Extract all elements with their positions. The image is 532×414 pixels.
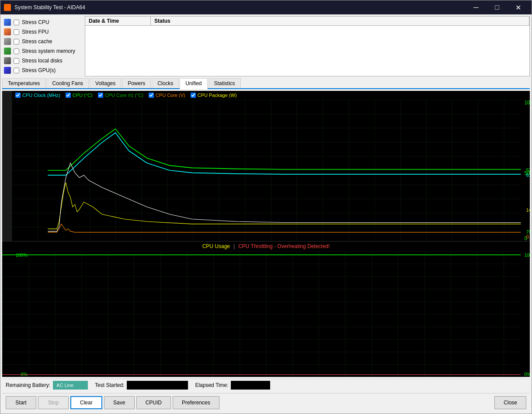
gpu-icon [4,67,11,74]
legend-cpu-package: CPU Package (W) [191,93,237,98]
bottom-chart-title-bar: CPU Usage | CPU Throttling - Overheating… [2,242,530,251]
stress-options-panel: Stress CPU Stress FPU Stress cache [2,16,83,76]
svg-text:0%: 0% [524,372,530,377]
clear-button[interactable]: Clear [70,396,102,409]
bottom-chart-svg: 100% 0% 100% 0% [2,251,530,377]
stress-cpu-item: Stress CPU [4,18,81,27]
preferences-button[interactable]: Preferences [173,396,219,409]
svg-text:61: 61 [526,172,530,177]
legend-cpu-package-checkbox[interactable] [191,93,196,98]
legend-cpu-temp-label: CPU (°C) [73,93,93,98]
stop-button[interactable]: Stop [38,396,69,409]
test-started-item: Test Started: [95,381,188,390]
legend-cpu-core1-label: CPU Core #1 (°C) [105,93,143,98]
stress-memory-label[interactable]: Stress system memory [22,48,75,54]
stress-fpu-checkbox[interactable] [14,29,19,35]
legend-cpu-core-v-checkbox[interactable] [149,93,154,98]
stress-cache-label[interactable]: Stress cache [22,38,52,45]
legend-cpu-clock: CPU Clock (MHz) [15,93,60,98]
svg-rect-0 [12,100,521,241]
cache-icon [4,38,11,45]
tab-cooling-fans[interactable]: Cooling Fans [46,78,89,88]
stress-gpu-item: Stress GPU(s) [4,66,81,75]
stress-fpu-label[interactable]: Stress FPU [22,29,49,35]
legend-cpu-core1-checkbox[interactable] [98,93,103,98]
legend-cpu-temp: CPU (°C) [66,93,93,98]
cpuid-button[interactable]: CPUID [136,396,171,409]
top-chart-area: CPU Clock (MHz) CPU (°C) CPU Core #1 (°C… [12,91,530,241]
svg-text:0%: 0% [21,372,28,377]
top-section: Stress CPU Stress FPU Stress cache [2,16,530,76]
memory-icon [4,48,11,55]
close-button[interactable]: Close [494,396,526,409]
title-bar: System Stability Test - AIDA64 ─ □ ✕ [0,0,532,14]
legend-cpu-temp-checkbox[interactable] [66,93,71,98]
log-header: Date & Time Status [85,17,529,26]
stress-cpu-checkbox[interactable] [14,20,19,25]
top-chart-row: CPU Clock (MHz) CPU (°C) CPU Core #1 (°C… [2,91,530,241]
throttling-warning: CPU Throttling - Overheating Detected! [238,243,330,249]
app-icon [4,4,11,11]
svg-text:100%: 100% [524,252,530,258]
datetime-column-header: Date & Time [85,17,151,25]
stress-fpu-item: Stress FPU [4,28,81,36]
disk-icon [4,57,11,64]
cpu-icon [4,19,11,26]
log-body [85,26,529,76]
start-button[interactable]: Start [6,396,36,409]
svg-text:100: 100 [525,100,530,106]
stress-disk-checkbox[interactable] [14,58,19,64]
tab-powers[interactable]: Powers [122,78,151,88]
fpu-icon [4,28,11,35]
main-window: System Stability Test - AIDA64 ─ □ ✕ Str… [0,0,532,414]
test-started-value [127,381,188,390]
tab-clocks[interactable]: Clocks [152,78,179,88]
bottom-chart-area: CPU Usage | CPU Throttling - Overheating… [2,242,530,377]
minimize-button[interactable]: ─ [466,0,486,14]
main-content: Stress CPU Stress FPU Stress cache [0,14,532,414]
stress-gpu-label[interactable]: Stress GPU(s) [22,67,56,73]
title-bar-controls: ─ □ ✕ [466,0,528,14]
stress-disk-label[interactable]: Stress local disks [22,58,63,64]
svg-rect-9 [2,251,521,377]
legend-cpu-package-label: CPU Package (W) [198,93,237,98]
tab-voltages[interactable]: Voltages [90,78,121,88]
battery-status-item: Remaining Battery: AC Line [6,381,88,390]
stress-cpu-label[interactable]: Stress CPU [22,19,49,25]
stress-disk-item: Stress local disks [4,56,81,65]
legend-cpu-clock-label: CPU Clock (MHz) [22,93,60,98]
battery-label: Remaining Battery: [6,382,50,388]
stress-memory-item: Stress system memory [4,47,81,55]
stress-cache-checkbox[interactable] [14,39,19,45]
window-title: System Stability Test - AIDA64 [14,4,466,10]
bottom-bar: Start Stop Clear Save CPUID Preferences … [2,393,530,412]
charts-wrapper: CPU Clock (MHz) CPU (°C) CPU Core #1 (°C… [2,91,530,377]
stress-gpu-checkbox[interactable] [14,68,19,73]
elapsed-time-label: Elapsed Time: [195,382,228,388]
elapsed-time-item: Elapsed Time: [195,381,270,390]
status-column-header: Status [151,17,529,25]
top-chart-svg: 100 50 0 63 61 14.90 798 0.685 [12,100,530,241]
stress-memory-checkbox[interactable] [14,48,19,54]
battery-value: AC Line [53,381,88,390]
tab-unified[interactable]: Unified [180,78,207,89]
maximize-button[interactable]: □ [487,0,507,14]
chart-sidebar-tab [2,91,12,241]
legend-cpu-clock-checkbox[interactable] [15,93,21,98]
stress-cache-item: Stress cache [4,37,81,46]
status-bar: Remaining Battery: AC Line Test Started:… [2,379,530,391]
tabs-bar: Temperatures Cooling Fans Voltages Power… [2,78,530,89]
legend-cpu-core-v: CPU Core (V) [149,93,185,98]
legend-cpu-core-v-label: CPU Core (V) [156,93,185,98]
save-button[interactable]: Save [104,396,135,409]
close-window-button[interactable]: ✕ [508,0,528,14]
tab-statistics[interactable]: Statistics [209,78,241,88]
elapsed-time-value [231,381,270,390]
chart-legend: CPU Clock (MHz) CPU (°C) CPU Core #1 (°C… [12,91,530,100]
svg-text:14.90: 14.90 [526,207,530,213]
test-started-label: Test Started: [95,382,124,388]
legend-cpu-core1: CPU Core #1 (°C) [98,93,143,98]
svg-text:0.685: 0.685 [526,234,530,239]
cpu-usage-label: CPU Usage [202,243,230,249]
tab-temperatures[interactable]: Temperatures [2,78,45,88]
